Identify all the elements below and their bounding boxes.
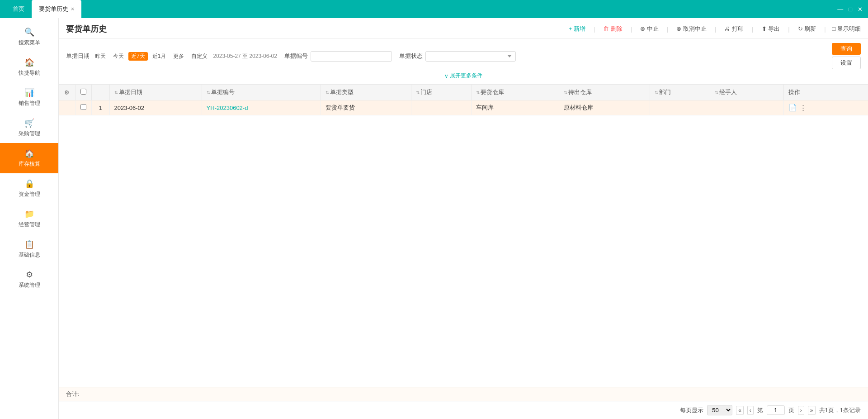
row-store xyxy=(411,100,472,115)
sidebar-item-sys-mgmt[interactable]: ⚙ 系统管理 xyxy=(0,264,58,295)
status-label: 单据状态 xyxy=(399,52,423,60)
table-header-row: ⚙ 单据日期 单据编号 单据类型 门店 要货仓库 待出仓库 部门 经手人 操 xyxy=(59,85,868,100)
doc-number-label: 单据编号 xyxy=(284,52,308,60)
th-doc-type: 单据类型 xyxy=(321,85,411,100)
row-pending-warehouse: 原材料仓库 xyxy=(559,100,650,115)
th-pending-warehouse: 待出仓库 xyxy=(559,85,650,100)
th-req-warehouse: 要货仓库 xyxy=(472,85,559,100)
date-shortcut-1month[interactable]: 近1月 xyxy=(150,52,169,61)
th-doc-no: 单据编号 xyxy=(202,85,321,100)
basic-info-icon: 📋 xyxy=(24,239,34,249)
page-size-label: 每页显示 xyxy=(680,406,703,414)
query-search-button[interactable]: 查询 xyxy=(832,43,861,55)
date-shortcut-today[interactable]: 今天 xyxy=(110,52,127,61)
window-minimize-btn[interactable]: — xyxy=(837,6,843,13)
row-edit-btn[interactable]: 📄 xyxy=(788,104,797,112)
sys-mgmt-icon: ⚙ xyxy=(26,270,33,280)
sidebar-item-search-menu[interactable]: 🔍 搜索菜单 xyxy=(0,22,58,52)
top-bar-right: — □ ✕ xyxy=(837,6,863,13)
main-content: 要货单历史 + 新增 | 🗑 删除 | ⊗ 中止 | ⊗ 取消中止 | 🖨 打印… xyxy=(59,18,868,419)
search-menu-icon: 🔍 xyxy=(24,27,34,37)
quick-nav-icon: 🏠 xyxy=(24,57,34,67)
filter-bar: 单据日期 昨天 今天 近7天 近1月 更多 自定义 2023-05-27 至 2… xyxy=(59,38,868,85)
suspend-button[interactable]: ⊗ 中止 xyxy=(638,24,660,34)
th-handler: 经手人 xyxy=(710,85,783,100)
tab-requisition-history[interactable]: 要货单历史 × xyxy=(32,0,81,18)
date-shortcut-7days[interactable]: 近7天 xyxy=(128,52,148,61)
sidebar-item-sales-mgmt[interactable]: 📊 销售管理 xyxy=(0,82,58,113)
query-buttons: 查询 设置 xyxy=(832,43,861,69)
tab-home[interactable]: 首页 xyxy=(5,0,32,18)
th-settings[interactable]: ⚙ xyxy=(59,85,75,100)
date-shortcut-custom[interactable]: 自定义 xyxy=(189,52,210,61)
sidebar-item-basic-info[interactable]: 📋 基础信息 xyxy=(0,234,58,264)
sidebar-item-ops-mgmt[interactable]: 📁 经营管理 xyxy=(0,204,58,234)
window-maximize-btn[interactable]: □ xyxy=(849,6,852,13)
table-row: 1 2023-06-02 YH-20230602-d 要货单要货 车间库 原材料… xyxy=(59,100,868,115)
print-button[interactable]: 🖨 打印 xyxy=(722,24,745,34)
prev-page-btn[interactable]: ‹ xyxy=(747,406,754,415)
query-settings-button[interactable]: 设置 xyxy=(832,57,861,69)
table-body: 1 2023-06-02 YH-20230602-d 要货单要货 车间库 原材料… xyxy=(59,100,868,115)
total-info: 共1页，1条记录 xyxy=(819,406,861,414)
next-page-btn[interactable]: › xyxy=(798,406,804,415)
top-bar: 首页 要货单历史 × — □ ✕ xyxy=(0,0,868,18)
header-actions: + 新增 | 🗑 删除 | ⊗ 中止 | ⊗ 取消中止 | 🖨 打印 | ⬆ 导… xyxy=(567,24,861,34)
th-num xyxy=(91,85,109,100)
sidebar-item-finance-mgmt[interactable]: 🔒 资金管理 xyxy=(0,173,58,204)
sidebar-item-purchase-mgmt[interactable]: 🛒 采购管理 xyxy=(0,113,58,143)
new-button[interactable]: + 新增 xyxy=(567,24,587,34)
sidebar-item-inventory[interactable]: 🏠 库存核算 xyxy=(0,143,58,173)
status-select[interactable] xyxy=(425,51,516,62)
export-button[interactable]: ⬆ 导出 xyxy=(760,24,782,34)
row-req-warehouse: 车间库 xyxy=(472,100,559,115)
date-filter-group: 单据日期 昨天 今天 近7天 近1月 更多 自定义 2023-05-27 至 2… xyxy=(66,52,277,61)
finance-mgmt-icon: 🔒 xyxy=(24,179,34,189)
show-detail-button[interactable]: □ 显示明细 xyxy=(832,25,861,33)
date-range-display: 2023-05-27 至 2023-06-02 xyxy=(213,52,277,60)
summary-label: 合计: xyxy=(66,390,80,398)
date-filter-label: 单据日期 xyxy=(66,52,90,60)
date-shortcuts: 昨天 今天 近7天 近1月 更多 自定义 xyxy=(92,52,210,61)
page-size-select[interactable]: 50 20 100 xyxy=(707,405,732,415)
row-num: 1 xyxy=(91,100,109,115)
sales-mgmt-icon: 📊 xyxy=(24,88,34,98)
sidebar-item-quick-nav[interactable]: 🏠 快捷导航 xyxy=(0,52,58,82)
inventory-icon: 🏠 xyxy=(24,148,34,158)
purchase-mgmt-icon: 🛒 xyxy=(24,118,34,128)
window-close-btn[interactable]: ✕ xyxy=(858,6,863,13)
sidebar: 🔍 搜索菜单 🏠 快捷导航 📊 销售管理 🛒 采购管理 🏠 库存核算 🔒 资金管… xyxy=(0,18,59,419)
refresh-button[interactable]: ↻ 刷新 xyxy=(796,24,818,34)
row-doc-type: 要货单要货 xyxy=(321,100,411,115)
row-more-btn[interactable]: ⋮ xyxy=(800,104,807,112)
data-table: ⚙ 单据日期 单据编号 单据类型 门店 要货仓库 待出仓库 部门 经手人 操 xyxy=(59,85,868,115)
row-handler xyxy=(710,100,783,115)
page-title: 要货单历史 xyxy=(66,24,107,34)
cancel-suspend-button[interactable]: ⊗ 取消中止 xyxy=(675,24,708,34)
table-container: ⚙ 单据日期 单据编号 单据类型 门店 要货仓库 待出仓库 部门 经手人 操 xyxy=(59,85,868,387)
row-doc-no: YH-20230602-d xyxy=(202,100,321,115)
expand-more-btn[interactable]: ∨ 展开更多条件 xyxy=(66,72,861,80)
first-page-btn[interactable]: « xyxy=(736,406,744,415)
date-shortcut-yesterday[interactable]: 昨天 xyxy=(92,52,108,61)
delete-button[interactable]: 🗑 删除 xyxy=(601,24,624,34)
doc-no-link[interactable]: YH-20230602-d xyxy=(207,105,248,111)
select-all-checkbox[interactable] xyxy=(80,89,86,95)
ops-mgmt-icon: 📁 xyxy=(24,209,34,219)
th-actions: 操作 xyxy=(783,85,868,100)
current-page-input[interactable] xyxy=(767,405,785,415)
date-shortcut-more[interactable]: 更多 xyxy=(170,52,187,61)
tab-close-icon[interactable]: × xyxy=(71,6,74,12)
row-checkbox[interactable] xyxy=(80,104,86,110)
doc-number-input[interactable] xyxy=(311,51,392,62)
row-actions-cell: 📄 ⋮ xyxy=(783,100,868,115)
page-label-after: 页 xyxy=(788,406,794,414)
row-date: 2023-06-02 xyxy=(109,100,202,115)
doc-number-filter-group: 单据编号 xyxy=(284,51,392,62)
layout: 🔍 搜索菜单 🏠 快捷导航 📊 销售管理 🛒 采购管理 🏠 库存核算 🔒 资金管… xyxy=(0,18,868,419)
last-page-btn[interactable]: » xyxy=(808,406,816,415)
status-filter-group: 单据状态 xyxy=(399,51,516,62)
th-store: 门店 xyxy=(411,85,472,100)
expand-icon: ∨ xyxy=(444,73,448,79)
row-department xyxy=(650,100,710,115)
